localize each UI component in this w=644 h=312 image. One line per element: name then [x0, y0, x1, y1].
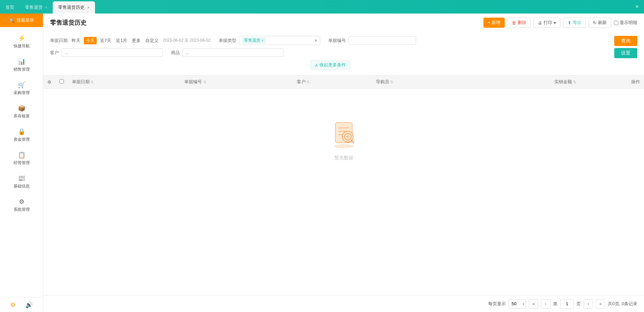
display-detail-toggle[interactable]: 显示明细 [614, 20, 637, 26]
customer-label: 客户 [50, 50, 59, 56]
customer-input[interactable] [62, 48, 163, 57]
operations-icon: 📋 [18, 151, 25, 159]
collapse-up-icon: ∧ [315, 63, 318, 68]
select-all-checkbox[interactable] [59, 79, 64, 84]
page-header: 零售退货历史 + 新增 🗑 删除 🖨 打印 ▾ ⬆ 导出 [43, 14, 644, 75]
tab-retail-return-history-close[interactable]: × [87, 5, 89, 9]
print-icon: 🖨 [538, 20, 542, 25]
goods-input[interactable] [183, 48, 284, 57]
filter-area: 单据日期 昨天 今天 近7天 近1月 更多 自定义 2023-06-02 至 2… [50, 32, 637, 75]
query-button[interactable]: 查询 [614, 36, 637, 46]
page-number-input[interactable] [560, 299, 574, 309]
th-settings[interactable]: ⚙ [43, 75, 55, 89]
print-label: 打印 [544, 20, 552, 26]
delete-button[interactable]: 🗑 删除 [507, 18, 531, 28]
pagination-bar: 每页显示 10 20 50 100 « ‹ 第 页 › » 共0页, 0条记录 [43, 295, 644, 312]
settings-button[interactable]: 设置 [614, 48, 637, 58]
page-size-wrapper: 10 20 50 100 [508, 299, 526, 309]
th-customer[interactable]: 客户 [293, 75, 372, 89]
display-detail-label: 显示明细 [620, 20, 637, 26]
date-last7[interactable]: 近7天 [99, 37, 113, 44]
delete-label: 删除 [518, 20, 526, 26]
filter-doc-no: 单据编号 [328, 36, 416, 45]
svg-point-8 [347, 135, 349, 138]
tab-retail-return[interactable]: 零售退货 × [20, 1, 53, 14]
print-button[interactable]: 🖨 打印 ▾ [533, 18, 560, 28]
doc-type-input[interactable]: 零售退货 × ▾ [239, 36, 320, 45]
query-buttons: 查询 设置 [614, 36, 637, 58]
sidebar-item-finance[interactable]: 🔒 资金管理 [1, 124, 42, 147]
tab-retail-return-history-label: 零售退货历史 [58, 4, 85, 10]
total-label: 共0页, 0条记录 [608, 301, 637, 307]
display-detail-checkbox[interactable] [614, 21, 618, 25]
page-next-button[interactable]: › [583, 299, 593, 309]
date-shortcuts: 昨天 今天 近7天 近1月 更多 自定义 [70, 37, 160, 44]
doc-type-tag: 零售退货 × [242, 37, 266, 44]
sidebar-item-label: 销售管理 [14, 67, 30, 72]
refresh-button[interactable]: ↻ 刷新 [589, 18, 611, 28]
inventory-icon: 📦 [18, 105, 25, 112]
sidebar-item-operations[interactable]: 📋 经营管理 [1, 147, 42, 170]
tab-list: 首页 零售退货 × 零售退货历史 × [0, 0, 95, 14]
sidebar-item-system[interactable]: ⚙ 系统管理 [1, 194, 42, 217]
page-first-button[interactable]: « [529, 299, 538, 309]
sidebar-item-label: 采购管理 [14, 90, 30, 96]
th-guide[interactable]: 导购员 [372, 75, 468, 89]
export-button[interactable]: ⬆ 导出 [563, 18, 586, 28]
sidebar-item-quick-nav[interactable]: ⚡ 快捷导航 [1, 30, 42, 53]
page-title-bar: 零售退货历史 + 新增 🗑 删除 🖨 打印 ▾ ⬆ 导出 [50, 18, 637, 28]
date-custom[interactable]: 自定义 [144, 37, 160, 44]
empty-text: 暂无数据 [334, 155, 353, 161]
th-checkbox[interactable] [55, 75, 68, 89]
page-text: 第 [553, 301, 557, 307]
tab-retail-return-close[interactable]: × [45, 5, 47, 9]
th-doc-date[interactable]: 单据日期 [68, 75, 180, 89]
th-actual-amount[interactable]: 实销金额 [468, 75, 580, 89]
print-dropdown-icon: ▾ [554, 20, 556, 25]
finance-icon: 🔒 [18, 128, 25, 135]
sidebar-nav: ⚡ 快捷导航 📊 销售管理 🛒 采购管理 📦 库存核算 🔒 资金管理 📋 [0, 27, 43, 297]
page-size-label: 每页显示 [488, 301, 506, 307]
sidebar-search-button[interactable]: 🔍 搜索菜单 [0, 14, 43, 27]
gear-icon[interactable]: ⚙ [10, 301, 16, 309]
toolbar: + 新增 🗑 删除 🖨 打印 ▾ ⬆ 导出 ↻ [483, 18, 637, 28]
filter-date: 单据日期 昨天 今天 近7天 近1月 更多 自定义 2023-06-02 至 2… [50, 37, 211, 44]
tab-retail-return-history[interactable]: 零售退货历史 × [53, 1, 95, 14]
sidebar-item-purchase-mgmt[interactable]: 🛒 采购管理 [1, 77, 42, 100]
empty-illustration [327, 116, 361, 150]
page-prev-button[interactable]: ‹ [541, 299, 550, 309]
sidebar-item-label: 资金管理 [14, 137, 30, 142]
page-title: 零售退货历史 [50, 19, 87, 27]
sidebar-item-label: 基础信息 [14, 183, 30, 189]
tab-home[interactable]: 首页 [0, 1, 20, 14]
date-more[interactable]: 更多 [130, 37, 142, 44]
goods-label: 商品 [171, 50, 180, 56]
export-icon: ⬆ [568, 20, 571, 25]
doc-type-tag-close[interactable]: × [262, 39, 264, 42]
date-yesterday[interactable]: 昨天 [70, 37, 82, 44]
doc-type-dropdown-icon[interactable]: ▾ [315, 38, 317, 43]
th-doc-no[interactable]: 单据编号 [180, 75, 292, 89]
new-button[interactable]: + 新增 [483, 18, 505, 28]
sidebar-bottom: ⚙ 🔊 [0, 297, 43, 312]
page-label: 页 [576, 301, 581, 307]
date-today[interactable]: 今天 [84, 37, 97, 44]
empty-state: 暂无数据 [43, 89, 644, 188]
window-close-icon[interactable]: × [636, 4, 639, 10]
top-bar: 首页 零售退货 × 零售退货历史 × × [0, 0, 644, 14]
sales-icon: 📊 [18, 58, 25, 65]
sidebar-item-base-info[interactable]: 📰 基础信息 [1, 171, 42, 193]
doc-no-input[interactable] [349, 36, 416, 45]
volume-icon[interactable]: 🔊 [25, 301, 33, 309]
date-last1month[interactable]: 近1月 [115, 37, 128, 44]
collapse-button[interactable]: ∧ 收起更多条件 [310, 60, 350, 70]
refresh-icon: ↻ [593, 20, 597, 25]
collapse-label: 收起更多条件 [319, 62, 346, 68]
delete-icon: 🗑 [512, 20, 516, 25]
page-size-select[interactable]: 10 20 50 100 [508, 299, 526, 309]
purchase-icon: 🛒 [18, 81, 25, 89]
page-last-button[interactable]: » [596, 299, 605, 309]
sidebar-item-sales-mgmt[interactable]: 📊 销售管理 [1, 54, 42, 76]
sidebar-item-inventory[interactable]: 📦 库存核算 [1, 101, 42, 123]
svg-point-0 [334, 144, 354, 148]
